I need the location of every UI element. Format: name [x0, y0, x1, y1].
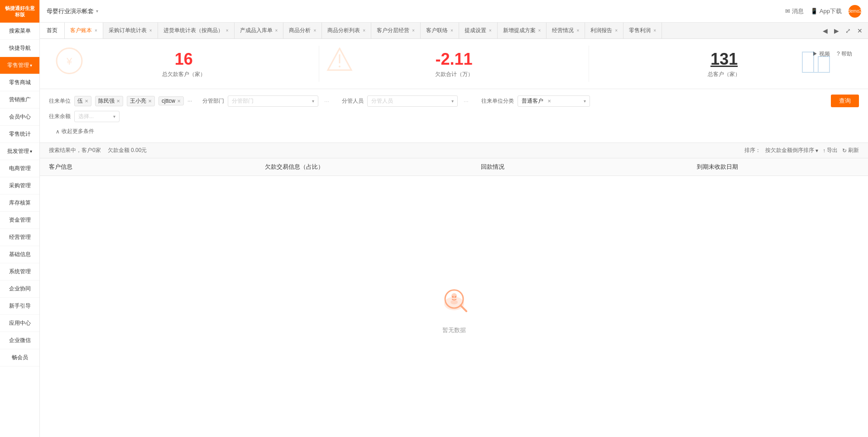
- filter-more-icon[interactable]: ···: [187, 98, 192, 104]
- dept-label: 分管部门: [202, 97, 224, 105]
- tab-item-10[interactable]: 新增提成方案×: [498, 23, 547, 39]
- tab-label-2: 采购订单统计表: [109, 27, 147, 34]
- tab-close-11[interactable]: ×: [576, 28, 579, 33]
- tab-expand-button[interactable]: ⤢: [844, 26, 853, 35]
- tab-item-8[interactable]: 客户联络×: [421, 23, 459, 39]
- sidebar: 畅捷通好生意 标版 搜索菜单快捷导航零售管理零售商城营销推广会员中心零售统计批发…: [0, 0, 40, 437]
- tab-label-4: 产成品入库单: [240, 27, 273, 34]
- balance-select[interactable]: 选择... ▾: [74, 111, 120, 122]
- sidebar-item-19[interactable]: 畅会员: [0, 349, 39, 366]
- sidebar-item-0[interactable]: 搜索菜单: [0, 23, 39, 40]
- tab-close-8[interactable]: ×: [451, 28, 453, 33]
- tab-label-1: 客户账本: [70, 27, 92, 34]
- sidebar-item-12[interactable]: 经营管理: [0, 229, 39, 246]
- sort-label: 排序：: [744, 147, 761, 154]
- sidebar-item-10[interactable]: 库存核算: [0, 195, 39, 212]
- main-area: 母婴行业演示帐套 ▾ ✉ 消息 📱 App下载 demo2 首页客户账本×采购订…: [40, 0, 868, 437]
- tab-item-4[interactable]: 产成品入库单×: [235, 23, 284, 39]
- tab-close-6[interactable]: ×: [363, 28, 365, 33]
- tab-close-7[interactable]: ×: [412, 28, 415, 33]
- stat-value-3: 131: [710, 50, 738, 69]
- tab-close-9[interactable]: ×: [489, 28, 492, 33]
- messages-button[interactable]: ✉ 消息: [785, 7, 804, 15]
- help-button[interactable]: ? 帮助: [837, 50, 852, 58]
- filter-tag-unit-0[interactable]: 伍 ✕: [74, 96, 91, 106]
- sidebar-item-14[interactable]: 系统管理: [0, 263, 39, 280]
- remove-tag-unit-3-icon[interactable]: ✕: [177, 99, 181, 104]
- sidebar-item-4[interactable]: 营销推广: [0, 91, 39, 109]
- sort-text: 按欠款金额倒序排序: [765, 147, 814, 154]
- filter-tag-unit-3[interactable]: cjttcw ✕: [158, 96, 184, 105]
- tab-bar-actions: ◀ ▶ ⤢ ✕: [817, 26, 868, 35]
- sidebar-item-2[interactable]: 零售管理: [0, 57, 39, 74]
- tab-close-12[interactable]: ×: [615, 28, 618, 33]
- tab-item-12[interactable]: 利润报告×: [585, 23, 623, 39]
- person-select[interactable]: 分管人员 ▾: [367, 95, 458, 107]
- dept-select[interactable]: 分管部门 ▾: [228, 95, 318, 107]
- tab-item-9[interactable]: 提成设置×: [459, 23, 498, 39]
- remove-tag-unit-0-icon[interactable]: ✕: [85, 99, 88, 104]
- sidebar-item-15[interactable]: 企业协同: [0, 280, 39, 298]
- unit-type-label: 往来单位分类: [481, 97, 514, 105]
- sidebar-item-9[interactable]: 采购管理: [0, 177, 39, 195]
- sidebar-item-13[interactable]: 基础信息: [0, 246, 39, 263]
- sort-select[interactable]: 按欠款金额倒序排序 ▾: [765, 147, 818, 154]
- unit-type-select[interactable]: 普通客户 ✕ ▾: [518, 95, 590, 107]
- remove-tag-unit-2-icon[interactable]: ✕: [148, 99, 152, 104]
- tab-item-3[interactable]: 进货单统计表（按商品）×: [158, 23, 235, 39]
- svg-point-14: [455, 296, 456, 298]
- tab-next-button[interactable]: ▶: [832, 26, 841, 35]
- export-button[interactable]: ↑ 导出: [823, 147, 838, 154]
- sidebar-item-1[interactable]: 快捷导航: [0, 40, 39, 57]
- svg-text:¥: ¥: [66, 56, 72, 67]
- stat-total-customers: ▶ 视频 ? 帮助 131 总客户（家）: [589, 46, 859, 82]
- tab-close-2[interactable]: ×: [149, 28, 152, 33]
- tab-item-0[interactable]: 首页: [40, 23, 65, 39]
- tab-close-4[interactable]: ×: [275, 28, 278, 33]
- tab-close-10[interactable]: ×: [538, 28, 541, 33]
- content-area: ¥ 16 总欠款客户（家） -2.11 欠款合计（万） ▶ 视频 ? 帮助: [40, 39, 868, 437]
- tab-item-5[interactable]: 商品分析×: [283, 23, 322, 39]
- empty-text: 暂无数据: [442, 326, 466, 334]
- tab-item-13[interactable]: 零售利润×: [623, 23, 662, 39]
- app-download-button[interactable]: 📱 App下载: [810, 7, 842, 15]
- tab-close-13[interactable]: ×: [653, 28, 656, 33]
- sidebar-logo: 畅捷通好生意 标版: [0, 0, 39, 23]
- refresh-icon: ↻: [842, 147, 847, 154]
- sidebar-item-6[interactable]: 零售统计: [0, 126, 39, 143]
- tab-item-6[interactable]: 商品分析列表×: [322, 23, 371, 39]
- tab-label-10: 新增提成方案: [503, 27, 536, 34]
- tab-label-6: 商品分析列表: [327, 27, 360, 34]
- user-profile[interactable]: demo2: [849, 5, 861, 18]
- tab-item-7[interactable]: 客户分层经营×: [371, 23, 421, 39]
- sidebar-item-17[interactable]: 应用中心: [0, 315, 39, 332]
- svg-point-13: [452, 296, 454, 298]
- sidebar-item-3[interactable]: 零售商城: [0, 74, 39, 91]
- tab-item-2[interactable]: 采购订单统计表×: [103, 23, 158, 39]
- tab-close-3[interactable]: ×: [226, 28, 229, 33]
- sidebar-item-16[interactable]: 新手引导: [0, 298, 39, 315]
- tab-item-1[interactable]: 客户账本×: [65, 23, 103, 39]
- sidebar-item-7[interactable]: 批发管理: [0, 143, 39, 160]
- collapse-button[interactable]: ∧ 收起更多条件: [49, 126, 859, 137]
- tab-prev-button[interactable]: ◀: [821, 26, 830, 35]
- refresh-button[interactable]: ↻ 刷新: [842, 147, 859, 154]
- remove-unit-type-icon[interactable]: ✕: [547, 99, 551, 104]
- sidebar-item-18[interactable]: 企业微信: [0, 332, 39, 349]
- tab-close-1[interactable]: ×: [95, 28, 97, 33]
- filter-tag-unit-1[interactable]: 陈民强 ✕: [95, 96, 123, 106]
- remove-tag-unit-1-icon[interactable]: ✕: [116, 99, 120, 104]
- query-button[interactable]: 查询: [831, 95, 859, 107]
- sidebar-item-11[interactable]: 资金管理: [0, 212, 39, 229]
- tab-label-8: 客户联络: [426, 27, 448, 34]
- sidebar-item-5[interactable]: 会员中心: [0, 109, 39, 126]
- workspace-selector[interactable]: 母婴行业演示帐套 ▾: [47, 7, 98, 15]
- unit-label: 往来单位: [49, 97, 71, 105]
- export-icon: ↑: [823, 147, 825, 154]
- tab-close-all-button[interactable]: ✕: [855, 26, 864, 35]
- filter-tag-unit-2[interactable]: 王小亮 ✕: [127, 96, 155, 106]
- tab-item-11[interactable]: 经营情况×: [547, 23, 585, 39]
- sidebar-item-8[interactable]: 电商管理: [0, 160, 39, 177]
- tab-close-5[interactable]: ×: [313, 28, 316, 33]
- workspace-arrow-icon: ▾: [96, 9, 98, 14]
